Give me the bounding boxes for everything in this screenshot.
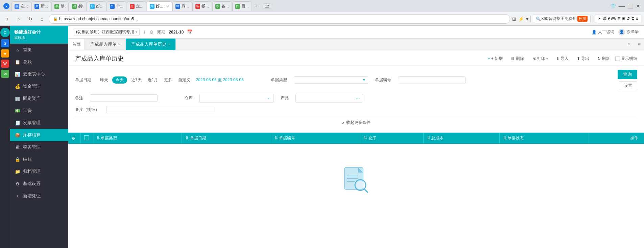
tab-bill-list-close[interactable]: × [118, 42, 120, 46]
nav-item-reports[interactable]: 📊 云报表中心 [10, 68, 68, 80]
print-button[interactable]: 🖨 打印 ▾ [529, 55, 551, 63]
tab-11[interactable]: 各 各... [212, 1, 232, 11]
add-button[interactable]: + + 新增 [485, 55, 505, 63]
period-value: 2021-10 [169, 30, 184, 35]
tab-2-label: 新... [41, 3, 48, 9]
nav-item-archive[interactable]: 📁 归档管理 [10, 165, 68, 178]
tab-bill-history-close[interactable]: × [168, 42, 170, 46]
tab-bill-list[interactable]: 产成品入库单 × [85, 39, 126, 50]
tab-bill-history[interactable]: 产成品入库单历史 × [126, 39, 175, 50]
sidebar-icon-orange[interactable]: ★ [1, 49, 9, 58]
nav-item-ledger-label: 总账 [23, 59, 32, 65]
nav-item-ledger[interactable]: 📋 总账 [10, 56, 68, 68]
address-input[interactable]: 🔒 https://cloud.chanjet.com/accounting/u… [49, 14, 510, 24]
refresh-browser-button[interactable]: ↻ [26, 14, 35, 24]
nav-item-invoice-label: 发票管理 [23, 120, 41, 126]
add-company-button[interactable]: + [143, 29, 146, 35]
select-all-checkbox[interactable] [84, 135, 89, 140]
nav-item-invoice[interactable]: 🧾 发票管理 [10, 117, 68, 129]
delete-button[interactable]: 🗑 删除 [508, 55, 527, 63]
close-all-pages-button[interactable]: ✕ [624, 39, 635, 50]
tab-7[interactable]: 企 企... [127, 1, 146, 11]
chanjet-logo[interactable]: C [0, 28, 10, 37]
import-button[interactable]: ⬇ 导入 [553, 55, 571, 63]
sidebar-icon-blue[interactable]: G [1, 39, 9, 47]
nav-item-tax[interactable]: 🏛 税务管理 [10, 141, 68, 153]
tab-8-active[interactable]: 好 好... ✕ [147, 1, 172, 11]
product-selector[interactable]: ··· [295, 94, 363, 103]
home-browser-button[interactable]: ⌂ [37, 14, 47, 24]
search-bar[interactable]: 🔍 360智能抠图免费用 热搜 [533, 15, 591, 23]
warehouse-selector[interactable]: ··· [199, 94, 274, 103]
nav-item-newbill[interactable]: + 新增凭证 [10, 190, 68, 202]
export-label: 导出 [581, 56, 589, 62]
show-detail-checkbox[interactable]: 显示明细 [615, 56, 637, 62]
tab-1[interactable]: 在 在... [11, 1, 31, 11]
more-pages-button[interactable]: ≡ [635, 39, 644, 50]
bill-no-input[interactable] [398, 76, 466, 84]
collapse-filters-button[interactable]: ∧ 收起更多条件 [339, 119, 373, 126]
dropdown-button[interactable]: ▾ [526, 16, 528, 22]
nav-item-home[interactable]: ⌂ 首页 [10, 44, 68, 56]
tab-9[interactable]: 腾 腾... [172, 1, 192, 11]
forward-button[interactable]: › [14, 14, 24, 24]
th-total-cost-sort-icon[interactable]: ⇅ [427, 136, 430, 140]
tab-12[interactable]: 目 目... [232, 1, 252, 11]
shirt-icon[interactable]: 👕 [610, 3, 616, 9]
remark-input[interactable] [90, 94, 158, 102]
refresh-data-button[interactable]: ↻ 刷新 [595, 55, 613, 63]
nav-item-assets[interactable]: 🏢 固定资产 [10, 92, 68, 105]
tab-6[interactable]: 个 个... [107, 1, 126, 11]
maximize-button[interactable]: ⬜ [627, 3, 633, 9]
th-bill-date-sort-icon[interactable]: ⇅ [185, 136, 189, 140]
minimize-button[interactable]: — [619, 3, 625, 9]
th-bill-no-sort-icon[interactable]: ⇅ [275, 136, 278, 140]
gear-settings-icon[interactable]: ⚙ [72, 136, 75, 141]
nav-item-basic[interactable]: ⚙ 基础设置 [10, 178, 68, 190]
nav-item-payroll[interactable]: 💵 工资 [10, 105, 68, 117]
nav-item-inventory[interactable]: 📦 库存核算 [10, 129, 68, 141]
date-yesterday-button[interactable]: 昨天 [98, 76, 110, 84]
tab-8-close-button[interactable]: ✕ [166, 4, 169, 8]
scissors-button[interactable]: ✂ 译 ¥ 🎮 ⊞ ☀ ↺ ⚙ ≡ [595, 15, 641, 23]
collapse-row: ∧ 收起更多条件 [75, 117, 637, 128]
th-bill-type-sort-icon[interactable]: ⇅ [96, 136, 100, 140]
tab-8-label: 好... [156, 3, 163, 9]
calendar-icon[interactable]: 📅 [187, 29, 192, 35]
th-gear[interactable]: ⚙ [68, 133, 80, 144]
date-1month-button[interactable]: 近1月 [146, 76, 160, 84]
user-account-button[interactable]: 👤 徐泽华 [618, 29, 639, 36]
th-warehouse-sort-icon[interactable]: ⇅ [364, 136, 367, 140]
sidebar-icon-mail[interactable]: ✉ [1, 70, 9, 78]
user-service-button[interactable]: 👤 人工咨询 [592, 29, 614, 35]
sidebar-icon-red[interactable]: W [1, 60, 9, 68]
new-tab-button[interactable]: + [252, 1, 262, 11]
company-selector[interactable]: (勿删勿禁用）江西服宝测试专用 ▾ [74, 28, 140, 36]
th-bill-status-sort-icon[interactable]: ⇅ [503, 136, 506, 140]
tab-count[interactable]: 12 [263, 3, 271, 9]
lightning-button[interactable]: ⚡ [518, 16, 524, 22]
tab-10[interactable]: 畅 畅... [192, 1, 212, 11]
nav-item-funds[interactable]: 💰 资金管理 [10, 80, 68, 92]
extensions-button[interactable]: ⊞ [512, 16, 516, 22]
remark-detail-input[interactable] [106, 106, 214, 113]
filter-settings-button[interactable]: 设置 [619, 81, 637, 90]
date-custom-button[interactable]: 自定义 [176, 76, 192, 84]
export-button[interactable]: ⬆ 导出 [574, 55, 592, 63]
date-more-button[interactable]: 更多 [162, 76, 174, 84]
nav-item-closing[interactable]: 🔒 结账 [10, 153, 68, 165]
tab-2[interactable]: 新 新... [31, 1, 51, 11]
breadcrumb-home[interactable]: 首页 [68, 39, 85, 50]
date-7days-button[interactable]: 近7天 [129, 76, 144, 84]
tab-3[interactable]: 易 易t [51, 1, 69, 11]
close-button[interactable]: ✕ [636, 3, 640, 9]
bill-type-selector[interactable]: ▾ [294, 76, 368, 84]
search-icon: 🔍 [536, 17, 541, 21]
query-button[interactable]: 查询 [618, 70, 637, 79]
th-check[interactable] [80, 133, 93, 144]
date-today-button[interactable]: 今天 [112, 76, 127, 84]
settings-company-button[interactable]: ⚙ [149, 29, 154, 35]
tab-5[interactable]: 好 好... [87, 1, 106, 11]
tab-4[interactable]: 易 易t [69, 1, 86, 11]
back-button[interactable]: ‹ [3, 14, 12, 24]
